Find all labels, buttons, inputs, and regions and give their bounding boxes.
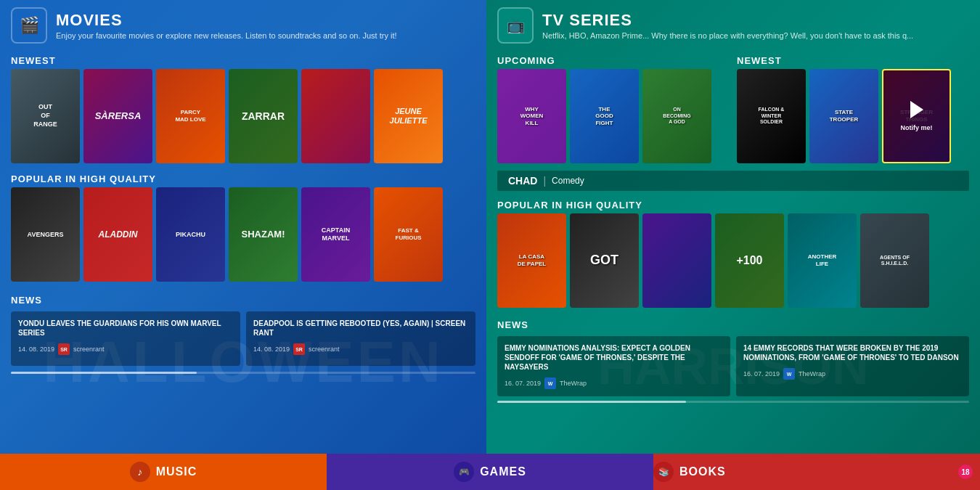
movie-card[interactable]: SHAZAM! xyxy=(229,187,298,282)
tv-popular-label: POPULAR IN HIGH QUALITY xyxy=(486,195,980,213)
news-card[interactable]: DEADPOOL IS GETTING REBOOTED (YES, AGAIN… xyxy=(246,311,475,366)
movie-card[interactable]: PIKACHU xyxy=(156,187,225,282)
books-label: BOOKS xyxy=(679,465,726,478)
music-tab[interactable]: ♪ MUSIC xyxy=(0,454,327,490)
news-source: TheWrap xyxy=(560,380,587,387)
source-badge: W xyxy=(544,377,556,389)
news-meta: 14. 08. 2019 SR screenrant xyxy=(253,343,468,355)
tv-news-grid: EMMY NOMINATIONS ANALYSIS: EXPECT A GOLD… xyxy=(497,336,969,396)
tv-card[interactable]: LA CASADE PAPEL xyxy=(497,213,566,308)
books-tab[interactable]: 📚 BOOKS 18 xyxy=(653,454,980,490)
news-source: TheWrap xyxy=(799,370,825,377)
tv-icon: 📺 xyxy=(497,7,534,44)
bottom-bar: ♪ MUSIC 🎮 GAMES 📚 BOOKS 18 xyxy=(0,454,980,490)
tv-card[interactable]: ANOTHERLIFE xyxy=(788,213,857,308)
tv-card[interactable]: FALCON &WINTERSOLDIER xyxy=(737,69,806,163)
tv-upcoming-grid: WHYWOMENKILL THEGOODFIGHT ONBECOMINGA GO… xyxy=(486,69,726,169)
tv-card[interactable]: STATETROOPER xyxy=(809,69,878,163)
tv-header: 📺 TV SERIES Netflix, HBO, Amazon Prime..… xyxy=(486,0,980,51)
movie-card[interactable]: ZARRAR xyxy=(229,69,298,163)
movies-panel: HALLOWEEN 🎬 MOVIES Enjoy your favourite … xyxy=(0,0,486,454)
tv-news-section: NEWS EMMY NOMINATIONS ANALYSIS: EXPECT A… xyxy=(486,314,980,396)
movies-newest-grid: OUTOFRANGE Sàrersa ParcyMad Love ZARRAR … xyxy=(0,69,486,169)
news-card[interactable]: YONDU LEAVES THE GUARDIANS FOR HIS OWN M… xyxy=(11,311,240,366)
movie-card[interactable]: Aladdin xyxy=(83,187,152,282)
movies-popular-label: POPULAR IN HIGH QUALITY xyxy=(0,169,486,187)
tv-subtitle: Netflix, HBO, Amazon Prime... Why there … xyxy=(542,31,913,40)
news-date: 14. 08. 2019 xyxy=(253,346,290,353)
news-date: 16. 07. 2019 xyxy=(743,370,780,377)
tv-newest-label: NEWEST xyxy=(726,51,980,69)
movies-news-section: NEWS YONDU LEAVES THE GUARDIANS FOR HIS … xyxy=(0,287,486,366)
news-title: YONDU LEAVES THE GUARDIANS FOR HIS OWN M… xyxy=(18,319,233,338)
news-date: 14. 08. 2019 xyxy=(18,346,54,353)
tv-newest-grid: FALCON &WINTERSOLDIER STATETROOPER STRAN… xyxy=(726,69,980,169)
news-card[interactable]: EMMY NOMINATIONS ANALYSIS: EXPECT A GOLD… xyxy=(497,336,730,396)
movies-newest-label: NEWEST xyxy=(0,51,486,69)
tv-upcoming-label: UPCOMING xyxy=(486,51,726,69)
tv-card[interactable]: GOT xyxy=(570,213,639,308)
news-meta: 16. 07. 2019 W TheWrap xyxy=(743,368,962,380)
tv-panel: HARRISON 📺 TV SERIES Netflix, HBO, Amazo… xyxy=(486,0,980,454)
tv-news-label: NEWS xyxy=(497,317,969,333)
movies-popular-grid: AVENGERS Aladdin PIKACHU SHAZAM! Captain… xyxy=(0,187,486,287)
games-tab[interactable]: 🎮 GAMES xyxy=(327,454,653,490)
tv-title: TV SERIES xyxy=(542,11,913,30)
genre-value: Comedy xyxy=(552,176,584,186)
tv-popular-grid: LA CASADE PAPEL GOT +100 ANOTHERLIFE AGE… xyxy=(486,213,980,314)
movies-subtitle: Enjoy your favourite movies or explore n… xyxy=(56,31,397,40)
movies-icon: 🎬 xyxy=(11,7,47,44)
tv-card[interactable]: WHYWOMENKILL xyxy=(497,69,566,163)
news-title: 14 EMMY RECORDS THAT WERE BROKEN BY THE … xyxy=(743,343,962,362)
news-card[interactable]: 14 EMMY RECORDS THAT WERE BROKEN BY THE … xyxy=(736,336,969,396)
notify-text: Notify me! xyxy=(900,124,932,131)
source-badge: W xyxy=(783,368,795,380)
movies-header: 🎬 MOVIES Enjoy your favourite movies or … xyxy=(0,0,486,51)
movies-news-grid: YONDU LEAVES THE GUARDIANS FOR HIS OWN M… xyxy=(11,311,475,366)
news-date: 16. 07. 2019 xyxy=(505,380,541,387)
genre-tag: CHAD | Comedy xyxy=(497,171,969,191)
news-meta: 16. 07. 2019 W TheWrap xyxy=(505,377,723,389)
source-badge: SR xyxy=(58,343,70,355)
movie-card[interactable] xyxy=(301,69,370,163)
tv-card[interactable]: AGENTS OFS.H.I.E.L.D. xyxy=(860,213,929,308)
movie-card[interactable]: ParcyMad Love xyxy=(156,69,225,163)
books-badge: 18 xyxy=(958,465,973,479)
music-label: MUSIC xyxy=(156,465,197,478)
movie-card[interactable]: FAST &FURIOUS xyxy=(374,187,443,282)
news-title: DEADPOOL IS GETTING REBOOTED (YES, AGAIN… xyxy=(253,319,468,338)
movie-card[interactable]: JeuneJuliette xyxy=(374,69,443,163)
books-icon: 📚 xyxy=(653,462,674,482)
source-badge: SR xyxy=(293,343,305,355)
tv-card[interactable]: ONBECOMINGA GOD xyxy=(642,69,711,163)
tv-card[interactable] xyxy=(642,213,711,308)
tv-card[interactable]: +100 xyxy=(715,213,784,308)
movie-card[interactable]: AVENGERS xyxy=(11,187,80,282)
movie-card[interactable]: OUTOFRANGE xyxy=(11,69,80,163)
movies-title: MOVIES xyxy=(56,11,397,30)
genre-title: CHAD xyxy=(508,175,537,187)
news-title: EMMY NOMINATIONS ANALYSIS: EXPECT A GOLD… xyxy=(505,343,723,372)
news-source: screenrant xyxy=(73,346,105,353)
music-icon: ♪ xyxy=(130,462,150,482)
tv-card[interactable]: STRANGERTHINGS Notify me! xyxy=(882,69,951,163)
movie-card[interactable]: Sàrersa xyxy=(83,69,152,163)
games-icon: 🎮 xyxy=(454,462,474,482)
movies-news-label: NEWS xyxy=(11,290,475,309)
movie-card[interactable]: CaptainMarvel xyxy=(301,187,370,282)
tv-card[interactable]: THEGOODFIGHT xyxy=(570,69,639,163)
games-label: GAMES xyxy=(480,465,526,478)
news-source: screenrant xyxy=(309,346,340,353)
news-meta: 14. 08. 2019 SR screenrant xyxy=(18,343,233,355)
